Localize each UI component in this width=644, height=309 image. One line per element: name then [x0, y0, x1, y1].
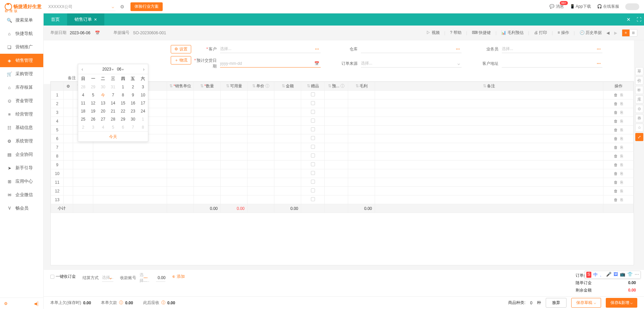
- day-cell[interactable]: 26: [88, 115, 98, 123]
- day-cell[interactable]: 29: [118, 115, 128, 123]
- col-gift[interactable]: ⇅赠品: [301, 82, 325, 91]
- rail-icon[interactable]: 库: [635, 95, 643, 103]
- day-cell[interactable]: 24: [138, 107, 148, 115]
- gift-checkbox[interactable]: [311, 92, 315, 96]
- add-account-button[interactable]: ⊕ 添加: [172, 274, 184, 279]
- rail-icon[interactable]: ⤢: [635, 133, 643, 141]
- day-cell[interactable]: 14: [108, 99, 118, 107]
- save-new-button[interactable]: 保存&新增 ⌵: [606, 298, 637, 308]
- day-cell[interactable]: 3: [88, 123, 98, 131]
- sidebar-item-system[interactable]: ⚙系统管理: [0, 134, 43, 148]
- view-list[interactable]: ≡: [622, 30, 630, 36]
- table-row[interactable]: 13🗑⎘: [51, 195, 634, 204]
- day-cell[interactable]: 4: [98, 123, 108, 131]
- day-cell[interactable]: 23: [128, 107, 138, 115]
- col-unit[interactable]: ⇅*销售单位: [167, 82, 194, 91]
- col-gp[interactable]: ⇅毛利: [348, 82, 375, 91]
- day-cell[interactable]: 22: [118, 107, 128, 115]
- copy-row-icon[interactable]: ⎘: [621, 110, 623, 115]
- settings-button[interactable]: ⚙ 设置: [171, 45, 191, 53]
- copy-row-icon[interactable]: ⎘: [621, 163, 623, 167]
- copy-row-icon[interactable]: ⎘: [621, 128, 623, 132]
- delete-row-icon[interactable]: 🗑: [614, 128, 618, 132]
- year-select[interactable]: 2023: [102, 67, 114, 72]
- gift-checkbox[interactable]: [311, 145, 315, 149]
- day-cell[interactable]: 29: [88, 83, 98, 91]
- table-row[interactable]: 8🗑⎘: [51, 152, 634, 161]
- col-settings[interactable]: ⚙: [64, 82, 73, 91]
- address-input[interactable]: ⋯: [502, 59, 602, 68]
- gift-checkbox[interactable]: [311, 188, 315, 192]
- day-cell[interactable]: 19: [88, 107, 98, 115]
- day-cell[interactable]: 3: [138, 83, 148, 91]
- video-link[interactable]: ▷ 视频: [426, 30, 439, 36]
- gift-checkbox[interactable]: [311, 101, 315, 105]
- delete-row-icon[interactable]: 🗑: [614, 163, 618, 167]
- copy-row-icon[interactable]: ⎘: [621, 136, 623, 141]
- day-cell[interactable]: 30: [128, 115, 138, 123]
- delete-row-icon[interactable]: 🗑: [614, 171, 618, 176]
- settle-input[interactable]: 选择...⌵: [102, 274, 113, 282]
- delete-row-icon[interactable]: 🗑: [614, 101, 618, 106]
- hotkey-link[interactable]: ⌨ 快捷键: [472, 30, 491, 36]
- copy-row-icon[interactable]: ⎘: [621, 101, 623, 106]
- sidebar-item-sales[interactable]: ◈销售管理: [0, 54, 43, 67]
- day-cell[interactable]: 11: [78, 99, 88, 107]
- rail-icon[interactable]: 价: [635, 77, 643, 85]
- sidebar-item-wechat[interactable]: ✉企业微信: [0, 188, 43, 202]
- day-cell[interactable]: 20: [98, 107, 108, 115]
- copy-row-icon[interactable]: ⎘: [621, 154, 623, 159]
- copy-row-icon[interactable]: ⎘: [621, 180, 623, 185]
- customer-input[interactable]: 选择...⋯: [220, 45, 321, 53]
- gift-checkbox[interactable]: [311, 197, 315, 201]
- app-download-link[interactable]: 📱 App下载: [570, 4, 591, 9]
- table-row[interactable]: 12🗑⎘: [51, 187, 634, 195]
- sidebar-item-marketing[interactable]: ❏营销推广: [0, 40, 43, 54]
- sidebar-item-funds[interactable]: ⊙资金管理: [0, 94, 43, 107]
- delete-row-icon[interactable]: 🗑: [614, 119, 618, 124]
- gift-checkbox[interactable]: [311, 127, 315, 131]
- day-cell[interactable]: 10: [138, 91, 148, 99]
- tab-close-all-icon[interactable]: ✕: [627, 17, 631, 22]
- info-icon[interactable]: ⓘ: [119, 300, 123, 306]
- sidebar-item-quicknav[interactable]: ⌂快捷导航: [0, 27, 43, 40]
- calendar-icon[interactable]: 📅: [95, 31, 100, 35]
- sidebar-item-member[interactable]: Ｖ畅会员: [0, 202, 43, 215]
- day-cell[interactable]: 15: [118, 99, 128, 107]
- day-cell[interactable]: 7: [108, 91, 118, 99]
- close-icon[interactable]: ✕: [94, 17, 97, 22]
- next-doc-icon[interactable]: ▶: [614, 31, 617, 35]
- more-icon[interactable]: ⋯: [315, 47, 319, 51]
- col-qty[interactable]: ⇅*数量: [194, 82, 221, 91]
- more-icon[interactable]: ⋯: [597, 61, 601, 66]
- day-cell[interactable]: 21: [108, 107, 118, 115]
- day-cell[interactable]: 今: [98, 91, 108, 99]
- tab-home[interactable]: 首页: [44, 13, 67, 26]
- ime-skin-icon[interactable]: 👕: [627, 272, 633, 278]
- fullscreen-icon[interactable]: ⛶: [637, 17, 641, 22]
- rail-icon[interactable]: ⛨: [635, 86, 643, 94]
- rail-icon[interactable]: 券: [635, 114, 643, 122]
- day-cell[interactable]: 8: [118, 91, 128, 99]
- day-cell[interactable]: 12: [88, 99, 98, 107]
- more-icon[interactable]: ⋯: [456, 47, 460, 51]
- copy-row-icon[interactable]: ⎘: [621, 197, 623, 202]
- prev-doc-icon[interactable]: ◀: [606, 31, 609, 35]
- copy-row-icon[interactable]: ⎘: [621, 119, 623, 124]
- day-cell[interactable]: 1: [118, 83, 128, 91]
- sidebar-item-search[interactable]: 🔍搜索菜单: [0, 13, 43, 27]
- gift-checkbox[interactable]: [311, 171, 315, 175]
- operate-link[interactable]: ≡ 操作: [557, 30, 569, 36]
- doc-date-value[interactable]: 2023-06-06: [70, 31, 90, 35]
- rail-icon[interactable]: ☆: [635, 124, 643, 132]
- sidebar-item-business[interactable]: ≡经营管理: [0, 107, 43, 121]
- col-note[interactable]: ⇅备注: [375, 82, 603, 91]
- day-cell[interactable]: 6: [118, 123, 128, 131]
- day-cell[interactable]: 25: [78, 115, 88, 123]
- sidebar-item-purchase[interactable]: 🛒采购管理: [0, 67, 43, 81]
- company-select[interactable]: XXXXXX公司 ⌵: [48, 2, 115, 11]
- day-cell[interactable]: 17: [138, 99, 148, 107]
- ime-more-icon[interactable]: ⋯: [635, 272, 639, 278]
- day-cell[interactable]: 8: [138, 123, 148, 131]
- day-cell[interactable]: 28: [108, 115, 118, 123]
